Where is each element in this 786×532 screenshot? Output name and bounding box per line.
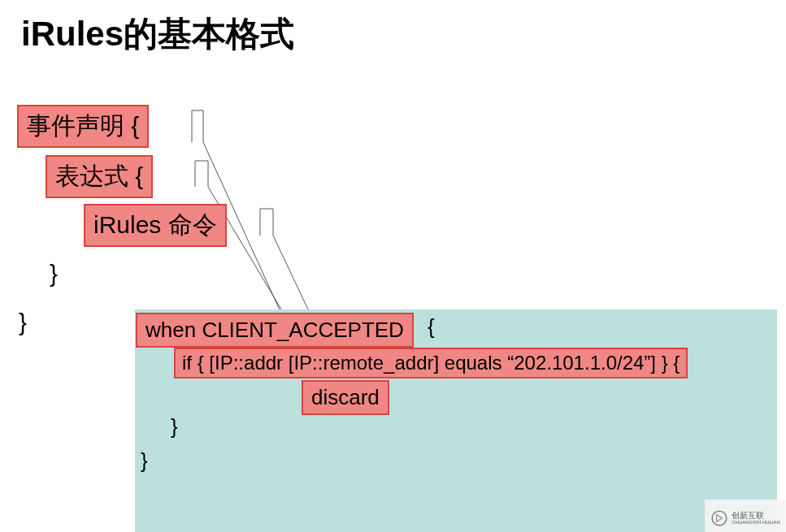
code-if-box: if { [IP::addr [IP::remote_addr] equals …: [174, 348, 688, 378]
page-title: iRules的基本格式: [0, 0, 786, 57]
template-close-brace-outer: }: [19, 309, 27, 336]
diagram-container: 事件声明 { 表达式 { iRules 命令 } } when CLIENT_A…: [0, 57, 786, 532]
code-close-inner: }: [171, 414, 178, 439]
svg-point-12: [712, 511, 727, 526]
watermark: 创新互联 CHUANGXIN HULIAN: [705, 500, 786, 532]
code-discard-box: discard: [302, 380, 389, 415]
watermark-logo-icon: [710, 509, 728, 527]
template-close-brace-inner: }: [50, 260, 58, 288]
watermark-sub: CHUANGXIN HULIAN: [732, 520, 780, 526]
watermark-brand: 创新互联: [732, 511, 780, 520]
code-when-box: when CLIENT_ACCEPTED: [136, 313, 414, 348]
code-close-outer: }: [141, 448, 148, 474]
expression-box: 表达式 {: [46, 155, 153, 198]
event-declaration-box: 事件声明 {: [17, 105, 149, 148]
command-box: iRules 命令: [84, 204, 227, 247]
code-when-brace: {: [428, 314, 435, 340]
